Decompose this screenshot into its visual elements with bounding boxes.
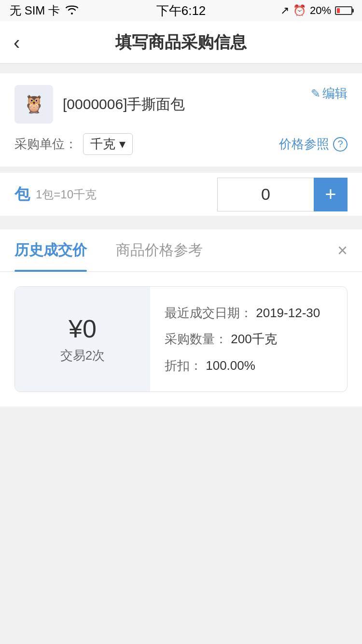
transaction-qty-row: 采购数量： 200千克 — [165, 330, 333, 348]
transaction-discount-row: 折扣： 100.00% — [165, 357, 333, 374]
tab2-label: 商品价格参考 — [116, 240, 203, 260]
location-icon: ↗ — [280, 4, 289, 17]
bag-unit-label: 包 — [14, 184, 30, 205]
tab-content: ¥0 交易2次 最近成交日期： 2019-12-30 采购数量： 200千克 折… — [0, 272, 362, 406]
edit-label: 编辑 — [322, 85, 348, 102]
price-ref-button[interactable]: 价格参照 ? — [279, 136, 348, 153]
transaction-price-section: ¥0 交易2次 — [15, 287, 150, 392]
page-title: 填写商品采购信息 — [115, 31, 247, 54]
transaction-price: ¥0 — [69, 314, 97, 343]
tabs-header: 历史成交价 商品价格参考 × — [0, 229, 362, 272]
unit-label: 采购单位： — [14, 136, 77, 153]
back-button[interactable]: ‹ — [14, 33, 20, 52]
separator-1 — [0, 167, 362, 170]
tab-history-price[interactable]: 历史成交价 — [14, 229, 87, 272]
product-unit-row: 采购单位： 千克 ▾ 价格参照 ? — [14, 133, 348, 155]
product-name: [0000006]手撕面包 — [63, 95, 185, 114]
status-left: 无 SIM 卡 — [10, 3, 79, 18]
status-right: ↗ ⏰ 20% — [280, 4, 352, 17]
carrier-label: 无 SIM 卡 — [10, 3, 60, 18]
nav-bar: ‹ 填写商品采购信息 — [0, 21, 362, 64]
product-card: 🦉 [0000006]手撕面包 ✎ 编辑 采购单位： 千克 ▾ 价格参照 ? — [0, 73, 362, 167]
chevron-down-icon: ▾ — [119, 137, 125, 152]
date-label: 最近成交日期： — [165, 306, 252, 320]
unit-select[interactable]: 千克 ▾ — [83, 133, 133, 155]
transaction-card: ¥0 交易2次 最近成交日期： 2019-12-30 采购数量： 200千克 折… — [14, 286, 348, 392]
tabs-left: 历史成交价 商品价格参考 — [14, 229, 203, 272]
product-header: 🦉 [0000006]手撕面包 ✎ 编辑 — [14, 85, 348, 124]
product-left: 🦉 [0000006]手撕面包 — [14, 85, 185, 124]
discount-label: 折扣： — [165, 358, 202, 373]
discount-value: 100.00% — [206, 358, 255, 373]
quantity-plus-button[interactable]: + — [314, 178, 348, 211]
date-value: 2019-12-30 — [256, 306, 320, 320]
bag-sub-label: 1包=10千克 — [36, 187, 97, 202]
quantity-left: 包 1包=10千克 — [14, 184, 97, 205]
quantity-section: 包 1包=10千克 + — [0, 172, 362, 216]
qty-label: 采购数量： — [165, 332, 227, 346]
tabs-panel: 历史成交价 商品价格参考 × ¥0 交易2次 最近成交日期： 2 — [0, 229, 362, 406]
page-body: 🦉 [0000006]手撕面包 ✎ 编辑 采购单位： 千克 ▾ 价格参照 ? — [0, 73, 362, 644]
help-icon: ? — [333, 137, 348, 152]
transaction-count: 交易2次 — [60, 347, 105, 364]
battery-percent: 20% — [310, 4, 331, 17]
status-bar: 无 SIM 卡 下午6:12 ↗ ⏰ 20% — [0, 0, 362, 21]
alarm-icon: ⏰ — [293, 4, 306, 17]
tab1-label: 历史成交价 — [14, 240, 87, 260]
edit-icon: ✎ — [311, 87, 320, 100]
product-thumbnail: 🦉 — [14, 85, 53, 124]
price-ref-label: 价格参照 — [279, 136, 329, 153]
qty-value: 200千克 — [231, 332, 277, 346]
status-time: 下午6:12 — [156, 2, 206, 19]
separator-2 — [0, 216, 362, 220]
quantity-right: + — [217, 178, 348, 211]
quantity-input[interactable] — [217, 178, 314, 211]
tab-product-price-ref[interactable]: 商品价格参考 — [116, 229, 203, 272]
owl-icon: 🦉 — [23, 94, 45, 114]
unit-value: 千克 — [90, 136, 115, 153]
tab-underline — [14, 270, 87, 272]
edit-button[interactable]: ✎ 编辑 — [311, 85, 348, 102]
wifi-icon — [65, 4, 79, 17]
battery-icon — [335, 6, 352, 15]
transaction-date-row: 最近成交日期： 2019-12-30 — [165, 304, 333, 322]
tabs-close-button[interactable]: × — [337, 242, 348, 259]
transaction-details: 最近成交日期： 2019-12-30 采购数量： 200千克 折扣： 100.0… — [150, 287, 347, 392]
